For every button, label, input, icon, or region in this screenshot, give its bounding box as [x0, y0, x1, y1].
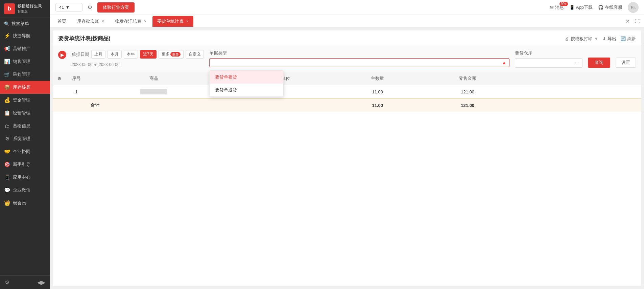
custom-btn[interactable]: 自定义 — [186, 50, 204, 59]
app-download-label: App下载 — [576, 4, 593, 10]
collapse-icon[interactable]: ◀▶ — [37, 279, 45, 286]
operation-icon: 📋 — [4, 110, 10, 116]
this-year-btn[interactable]: 本年 — [124, 50, 138, 59]
sidebar-item-corp[interactable]: 🤝 企业协同 — [0, 145, 50, 158]
logo-icon: b — [4, 3, 15, 14]
sidebar-item-inventory[interactable]: 📦 库存核算 — [0, 81, 50, 94]
sidebar-item-label: 采购管理 — [13, 71, 30, 77]
trial-button[interactable]: 体验行业方案 — [97, 2, 135, 13]
app-download-icon: 📱 — [569, 5, 575, 10]
footer-settings-cell — [53, 98, 66, 112]
tab-expand[interactable]: ⛶ — [633, 17, 641, 25]
dropdown-item-order-return[interactable]: 要货单退货 — [210, 84, 283, 96]
cell-extra1 — [517, 85, 548, 99]
warehouse-filter-input[interactable]: ··· — [515, 58, 582, 68]
table-footer-row: 合计 11.00 121.00 — [53, 98, 641, 112]
cell-extra3 — [579, 85, 610, 99]
tab-home[interactable]: 首页 — [53, 16, 71, 27]
prev-month-btn[interactable]: 上月 — [91, 50, 105, 59]
tab-close-btn[interactable]: × — [144, 19, 146, 24]
tab-receipts-summary[interactable]: 收发存汇总表× — [110, 16, 151, 27]
sidebar-item-finance[interactable]: 💰 资金管理 — [0, 94, 50, 107]
export-label: 导出 — [607, 36, 616, 42]
sidebar-item-label: 畅会员 — [13, 200, 26, 206]
type-chevron-icon[interactable]: ▲ — [502, 60, 506, 65]
cell-settings — [53, 85, 66, 99]
more-btn[interactable]: 更多更多 — [159, 50, 184, 59]
refresh-icon: 🔄 — [620, 36, 626, 41]
sidebar-item-apps[interactable]: 📱 应用中心 — [0, 171, 50, 184]
refresh-button[interactable]: 🔄 刷新 — [620, 36, 636, 42]
type-filter-input[interactable]: ▲ — [209, 58, 509, 67]
type-filter-group: 单据类型 ▲ 要货单要货 要货单退货 — [209, 50, 509, 67]
company-number: 41 — [59, 5, 64, 10]
online-service-action[interactable]: 🎧 在线客服 — [598, 4, 622, 10]
sidebar-item-base[interactable]: 🗂 基础信息 — [0, 119, 50, 132]
sidebar-search[interactable]: 🔍 搜索菜单 — [0, 18, 50, 29]
tab-close-all[interactable]: ✕ — [624, 17, 632, 25]
tab-inventory-batch[interactable]: 库存批次账× — [72, 16, 109, 27]
table-container: ⚙ 序号 商品 主计量单位 主数量 零售金额 — [53, 72, 641, 112]
tab-label: 首页 — [57, 18, 66, 24]
chevron-down-icon: ▼ — [65, 5, 70, 10]
base-icon: 🗂 — [4, 123, 10, 129]
sidebar-item-wechat[interactable]: 💬 企业微信 — [0, 184, 50, 197]
settings-icon[interactable]: ⚙ — [5, 279, 9, 286]
sidebar-item-operation[interactable]: 📋 经营管理 — [0, 107, 50, 119]
purchase-icon: 🛒 — [4, 71, 10, 77]
sales-icon: 📊 — [4, 59, 10, 65]
online-service-label: 在线客服 — [605, 4, 622, 10]
sidebar-item-purchase[interactable]: 🛒 采购管理 — [0, 68, 50, 81]
topbar-gear-icon[interactable]: ⚙ — [85, 3, 95, 12]
print-dropdown-icon: ▼ — [594, 36, 598, 41]
company-selector[interactable]: 41 ▼ — [55, 3, 82, 12]
sidebar-logo: b 畅捷通好生意 标准版 — [0, 0, 50, 18]
dropdown-item-order-goods[interactable]: 要货单要货 — [210, 71, 283, 84]
finance-icon: 💰 — [4, 97, 10, 103]
user-avatar[interactable]: Rit — [628, 2, 639, 13]
col-header-settings[interactable]: ⚙ — [53, 72, 66, 85]
search-icon: 🔍 — [4, 21, 9, 26]
date-filter-group: 单据日期 上月 本月 本年 近7天 更多更多 自定义 2023-05-06 至 … — [72, 50, 204, 68]
footer-amount-cell: 121.00 — [419, 98, 517, 112]
tab-close-btn[interactable]: × — [186, 19, 189, 24]
tab-close-btn[interactable]: × — [102, 19, 104, 24]
corp-icon: 🤝 — [4, 149, 10, 155]
data-table: ⚙ 序号 商品 主计量单位 主数量 零售金额 — [53, 72, 641, 112]
filter-expand-button[interactable]: ▶ — [58, 51, 66, 59]
warehouse-more-icon[interactable]: ··· — [575, 60, 579, 66]
export-button[interactable]: ⬇ 导出 — [602, 36, 616, 42]
query-button[interactable]: 查询 — [588, 58, 610, 68]
print-button[interactable]: 🖨 按模板打印 ▼ — [565, 36, 598, 42]
topbar-right: ✉ 消息 99+ 📱 App下载 🎧 在线客服 Rit — [550, 2, 639, 13]
sidebar-item-sales[interactable]: 📊 销售管理 — [0, 55, 50, 68]
cell-extra2 — [548, 85, 579, 99]
sidebar: b 畅捷通好生意 标准版 🔍 搜索菜单 ⚡ 快捷导航 📢 营销推广 📊 销售管理… — [0, 0, 50, 289]
guide-icon: 🎯 — [4, 161, 10, 168]
inventory-icon: 📦 — [4, 84, 10, 90]
this-month-btn[interactable]: 本月 — [108, 50, 122, 59]
cell-amount: 121.00 — [419, 85, 517, 99]
search-label: 搜索菜单 — [11, 21, 29, 27]
warehouse-filter-label: 要货仓库 — [515, 50, 582, 56]
app-download-action[interactable]: 📱 App下载 — [569, 4, 593, 10]
sidebar-item-label: 经营管理 — [13, 110, 30, 116]
export-icon: ⬇ — [602, 36, 606, 41]
tab-order-stats[interactable]: 要货单统计表× — [152, 16, 193, 27]
messages-action[interactable]: ✉ 消息 99+ — [550, 4, 564, 10]
sidebar-item-quick-nav[interactable]: ⚡ 快捷导航 — [0, 29, 50, 42]
topbar-left: 41 ▼ ⚙ 体验行业方案 — [55, 2, 546, 13]
sidebar-item-marketing[interactable]: 📢 营销推广 — [0, 42, 50, 55]
sidebar-item-system[interactable]: ⚙ 系统管理 — [0, 132, 50, 145]
sidebar-item-member[interactable]: 👑 畅会员 — [0, 197, 50, 209]
sidebar-item-label: 基础信息 — [13, 123, 30, 129]
type-input-field[interactable] — [212, 60, 502, 65]
cell-num: 1 — [66, 85, 87, 99]
print-label: 按模板打印 — [571, 36, 593, 42]
date-filter-buttons: 上月 本月 本年 近7天 更多更多 自定义 — [91, 50, 204, 59]
last7days-btn[interactable]: 近7天 — [140, 50, 157, 59]
settings-button[interactable]: 设置 — [616, 58, 636, 68]
sidebar-item-guide[interactable]: 🎯 新手引导 — [0, 158, 50, 171]
page-title: 要货单统计表(按商品) — [58, 35, 111, 42]
warehouse-input-field[interactable] — [518, 61, 575, 66]
